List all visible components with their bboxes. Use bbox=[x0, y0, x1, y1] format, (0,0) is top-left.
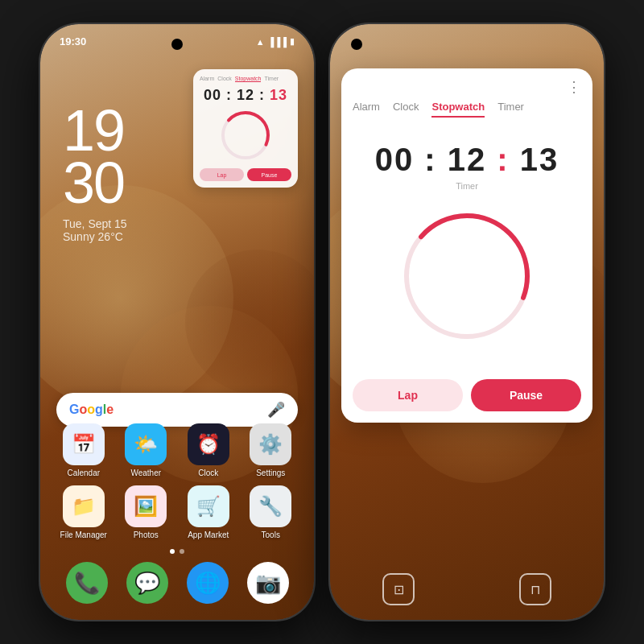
tab-clock[interactable]: Clock bbox=[393, 101, 419, 118]
page-indicator bbox=[170, 549, 184, 554]
nav-recent-apps[interactable]: ⊡ bbox=[382, 573, 415, 605]
wifi-icon: ▲ bbox=[256, 37, 265, 47]
nav-home[interactable]: ⊓ bbox=[519, 573, 551, 605]
calendar-label: Calendar bbox=[67, 469, 100, 477]
stopwatch-widget[interactable]: Alarm Clock Stopwatch Timer 00 : 12 : 13… bbox=[193, 69, 298, 188]
phone-clock-app: ⋮ Alarm Clock Stopwatch Timer 00 : 12 : … bbox=[330, 24, 604, 620]
app-tools[interactable]: 🔧 Tools bbox=[244, 485, 299, 539]
clock-tabs: Alarm Clock Stopwatch Timer bbox=[353, 101, 581, 121]
tools-icon: 🔧 bbox=[250, 485, 291, 527]
widget-tab-clock[interactable]: Clock bbox=[217, 76, 232, 82]
widget-tab-alarm[interactable]: Alarm bbox=[200, 76, 214, 82]
status-icons: ▲ ▐▐▐ ▮ bbox=[256, 36, 295, 47]
sw-hours: 00 bbox=[375, 142, 415, 177]
widget-pause-button[interactable]: Pause bbox=[247, 168, 291, 181]
photos-label: Photos bbox=[134, 530, 159, 539]
clock-screen: ⋮ Alarm Clock Stopwatch Timer 00 : 12 : … bbox=[330, 24, 604, 620]
google-logo: Google bbox=[69, 402, 114, 417]
big-time-digits: 19 30 bbox=[63, 105, 127, 209]
mic-icon[interactable]: 🎤 bbox=[267, 401, 285, 419]
widget-buttons: Lap Pause bbox=[200, 168, 291, 181]
clock-icon: ⏰ bbox=[188, 423, 229, 465]
big-time-hour: 19 bbox=[63, 105, 127, 157]
clock-label: Clock bbox=[198, 469, 218, 477]
battery-icon: ▮ bbox=[290, 36, 295, 47]
widget-progress-circle bbox=[217, 107, 274, 163]
signal-icon: ▐▐▐ bbox=[268, 37, 287, 47]
widget-tabs: Alarm Clock Stopwatch Timer bbox=[200, 76, 291, 82]
app-market[interactable]: 🛒 App Market bbox=[181, 485, 236, 539]
app-market-icon: 🛒 bbox=[188, 485, 229, 527]
stopwatch-progress-circle bbox=[394, 204, 539, 349]
stopwatch-time: 00 : 12 : 13 bbox=[375, 142, 559, 178]
phone-home: 19:30 ▲ ▐▐▐ ▮ 19 30 Tue, Sept 15 Sunny 2… bbox=[40, 24, 314, 620]
settings-label: Settings bbox=[256, 469, 285, 477]
dock-messages[interactable]: 💬 bbox=[126, 562, 168, 604]
sw-minutes: 12 bbox=[448, 142, 487, 177]
dot-2 bbox=[180, 549, 184, 554]
tab-stopwatch[interactable]: Stopwatch bbox=[431, 101, 485, 118]
widget-time-display: 00 : 12 : 13 bbox=[200, 87, 291, 104]
calendar-icon: 📅 bbox=[63, 423, 105, 465]
file-manager-icon: 📁 bbox=[63, 485, 105, 527]
clock-app-card: ⋮ Alarm Clock Stopwatch Timer 00 : 12 : … bbox=[341, 68, 592, 423]
big-time-minute: 30 bbox=[63, 157, 127, 209]
home-screen: 19:30 ▲ ▐▐▐ ▮ 19 30 Tue, Sept 15 Sunny 2… bbox=[40, 24, 314, 620]
widget-tab-timer[interactable]: Timer bbox=[264, 76, 279, 82]
more-options-icon[interactable]: ⋮ bbox=[353, 80, 581, 94]
big-time-date: Tue, Sept 15 Sunny 26°C bbox=[63, 217, 127, 243]
dock-camera[interactable]: 📷 bbox=[247, 562, 289, 604]
camera-hole-2 bbox=[351, 39, 362, 50]
app-clock[interactable]: ⏰ Clock bbox=[181, 423, 236, 477]
file-manager-label: File Manager bbox=[60, 530, 107, 539]
settings-icon: ⚙️ bbox=[250, 423, 291, 465]
dock-phone[interactable]: 📞 bbox=[66, 562, 108, 604]
dock-browser[interactable]: 🌐 bbox=[187, 562, 229, 604]
tools-label: Tools bbox=[262, 530, 280, 539]
dot-1 bbox=[170, 549, 175, 554]
app-weather[interactable]: 🌤️ Weather bbox=[119, 423, 174, 477]
navigation-bar: ⊡ ⊓ bbox=[330, 573, 604, 605]
pause-button[interactable]: Pause bbox=[471, 379, 581, 411]
stopwatch-display: 00 : 12 : 13 Timer bbox=[353, 134, 581, 369]
weather-icon: 🌤️ bbox=[125, 423, 167, 465]
tab-alarm[interactable]: Alarm bbox=[353, 101, 380, 118]
app-grid: 📅 Calendar 🌤️ Weather ⏰ Clock ⚙️ Setting… bbox=[56, 423, 298, 539]
app-settings[interactable]: ⚙️ Settings bbox=[244, 423, 299, 477]
sw-label: Timer bbox=[456, 181, 478, 191]
app-dock: 📞 💬 🌐 📷 bbox=[56, 562, 298, 604]
lap-button[interactable]: Lap bbox=[353, 379, 463, 411]
tab-timer[interactable]: Timer bbox=[497, 101, 524, 118]
card-action-buttons: Lap Pause bbox=[353, 379, 581, 411]
big-time-display: 19 30 Tue, Sept 15 Sunny 26°C bbox=[63, 105, 127, 243]
photos-icon: 🖼️ bbox=[125, 485, 167, 527]
widget-lap-button[interactable]: Lap bbox=[200, 168, 244, 181]
app-photos[interactable]: 🖼️ Photos bbox=[119, 485, 174, 539]
widget-tab-stopwatch[interactable]: Stopwatch bbox=[235, 76, 262, 82]
google-search-bar[interactable]: Google 🎤 bbox=[56, 393, 298, 427]
app-calendar[interactable]: 📅 Calendar bbox=[56, 423, 111, 477]
app-file-manager[interactable]: 📁 File Manager bbox=[56, 485, 111, 539]
status-time: 19:30 bbox=[60, 35, 86, 47]
sw-seconds: 13 bbox=[520, 142, 559, 177]
app-market-label: App Market bbox=[188, 530, 229, 539]
weather-label: Weather bbox=[130, 469, 161, 477]
sw-colon: : bbox=[497, 142, 519, 177]
camera-hole bbox=[171, 39, 183, 50]
